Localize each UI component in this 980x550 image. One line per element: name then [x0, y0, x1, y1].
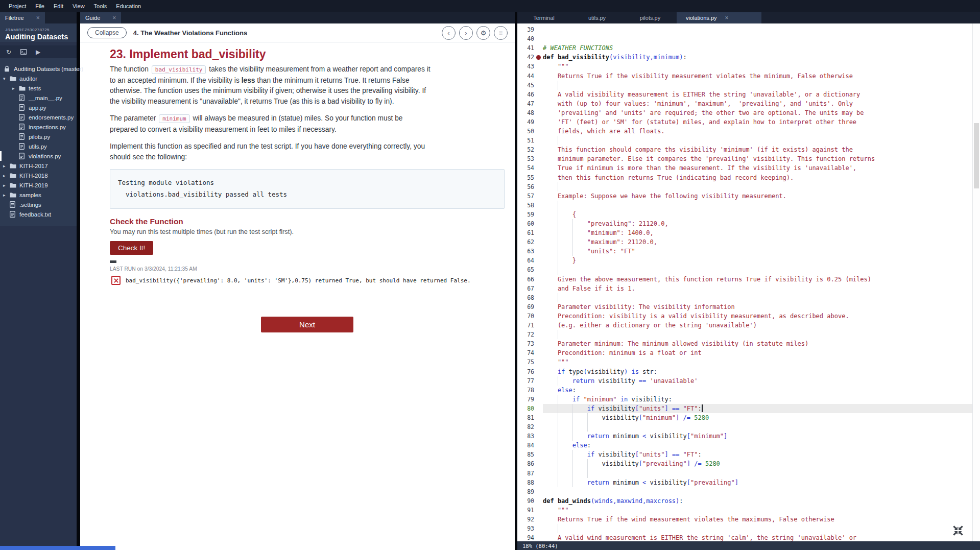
line-number[interactable]: 52 [517, 146, 543, 153]
line-number[interactable]: 92 [517, 516, 543, 523]
close-icon[interactable]: × [112, 14, 116, 21]
tree-item-samples[interactable]: ▸samples [0, 190, 77, 200]
terminal-icon[interactable] [20, 49, 27, 55]
tree-item-kith-2018[interactable]: ▸KITH-2018 [0, 171, 77, 180]
refresh-icon[interactable]: ↻ [6, 49, 11, 55]
line-number[interactable]: 84 [517, 442, 543, 449]
code-line[interactable]: 92 Returns True if the wind measurement … [517, 515, 980, 524]
code-line[interactable]: 88 return minimum < visibility["prevaili… [517, 478, 980, 487]
code-line[interactable]: 65 [517, 265, 980, 274]
line-number[interactable]: 49 [517, 118, 543, 126]
caret-right-icon[interactable]: ▸ [3, 193, 10, 198]
code-line[interactable]: 39 [517, 25, 980, 34]
code-line[interactable]: 63 "units": "FT" [517, 247, 980, 256]
code-line[interactable]: 71 (e.g. either a dictionary or the stri… [517, 321, 980, 330]
tree-item--main-.py[interactable]: __main__.py [0, 93, 77, 103]
line-number[interactable]: 63 [517, 248, 543, 255]
line-number[interactable]: 53 [517, 155, 543, 162]
guide-tab[interactable]: Guide × [80, 12, 121, 23]
code-editor[interactable]: 394041# WEATHER FUNCTIONS42def bad_visib… [517, 23, 980, 541]
close-icon[interactable]: × [36, 14, 40, 21]
tree-item-kith-2019[interactable]: ▸KITH-2019 [0, 180, 77, 190]
code-line[interactable]: 45 [517, 81, 980, 90]
check-it-button[interactable]: Check It! [110, 241, 153, 255]
editor-tab-violations.py[interactable]: violations.py× [677, 12, 761, 23]
code-line[interactable]: 56 [517, 182, 980, 192]
line-number[interactable]: 93 [517, 525, 543, 532]
line-number[interactable]: 57 [517, 193, 543, 200]
panel-divider[interactable] [77, 12, 80, 550]
next-icon[interactable]: › [459, 26, 473, 40]
line-number[interactable]: 94 [517, 534, 543, 541]
code-line[interactable]: 40 [517, 34, 980, 43]
code-line[interactable]: 54 True if minimum is more than the meas… [517, 163, 980, 173]
run-icon[interactable]: ▶ [36, 49, 40, 55]
tree-item-auditor[interactable]: ▾auditor [0, 74, 77, 83]
line-number[interactable]: 41 [517, 44, 543, 52]
code-line[interactable]: 89 [517, 487, 980, 496]
menu-tools[interactable]: Tools [89, 3, 112, 9]
code-line[interactable]: 73 Parameter minimum: The minimum allowe… [517, 339, 980, 348]
line-number[interactable]: 50 [517, 128, 543, 135]
code-line[interactable]: 61 "minimum": 1400.0, [517, 228, 980, 237]
code-line[interactable]: 84 else: [517, 441, 980, 450]
line-number[interactable]: 77 [517, 377, 543, 385]
code-line[interactable]: 55 then this function returns True (indi… [517, 173, 980, 182]
code-line[interactable]: 50 fields, which are all floats. [517, 127, 980, 136]
line-number[interactable]: 64 [517, 257, 543, 264]
tree-item-tests[interactable]: ▸tests [0, 83, 77, 93]
code-line[interactable]: 70 Precondition: visibility is a valid v… [517, 312, 980, 321]
code-line[interactable]: 42def bad_visibility(visibility,minimum)… [517, 53, 980, 62]
prev-icon[interactable]: ‹ [442, 26, 456, 40]
tree-item-feedback.txt[interactable]: feedback.txt [0, 209, 77, 219]
line-number[interactable]: 70 [517, 313, 543, 320]
line-number[interactable]: 60 [517, 220, 543, 227]
tree-item-endorsements.py[interactable]: endorsements.py [0, 112, 77, 122]
caret-right-icon[interactable]: ▸ [12, 86, 19, 91]
line-number[interactable]: 58 [517, 202, 543, 209]
tree-item-violations.py[interactable]: violations.py [0, 151, 77, 161]
line-number[interactable]: 85 [517, 451, 543, 458]
code-line[interactable]: 90def bad_winds(winds,maxwind,maxcross): [517, 496, 980, 506]
editor-tab-pilots.py[interactable]: pilots.py [624, 12, 677, 23]
code-line[interactable]: 77 return visibility == 'unavailable' [517, 376, 980, 386]
exit-fullscreen-icon[interactable] [951, 524, 965, 537]
code-line[interactable]: 53 minimum parameter. Else it compares t… [517, 154, 980, 163]
caret-down-icon[interactable]: ▾ [3, 76, 10, 81]
menu-education[interactable]: Education [111, 3, 146, 9]
collapsed-handle[interactable] [110, 260, 116, 263]
line-number[interactable]: 67 [517, 285, 543, 292]
line-number[interactable]: 89 [517, 488, 543, 495]
menu-project[interactable]: Project [4, 3, 31, 9]
tree-item-kith-2017[interactable]: ▸KITH-2017 [0, 161, 77, 171]
code-line[interactable]: 58 [517, 201, 980, 210]
code-line[interactable]: 43 """ [517, 62, 980, 71]
line-number[interactable]: 73 [517, 340, 543, 347]
code-line[interactable]: 94 A valid wind measurement is EITHER th… [517, 533, 980, 541]
line-number[interactable]: 81 [517, 414, 543, 421]
tree-item-.settings[interactable]: .settings [0, 200, 77, 209]
line-number[interactable]: 68 [517, 294, 543, 301]
editor-tab-terminal[interactable]: Terminal [517, 12, 570, 23]
settings-icon[interactable]: ⚙ [476, 26, 490, 40]
code-line[interactable]: 79 if "minimum" in visibility: [517, 395, 980, 404]
line-number[interactable]: 86 [517, 460, 543, 467]
code-line[interactable]: 81 visibility["minimum"] /= 5280 [517, 413, 980, 422]
line-number[interactable]: 42 [517, 54, 543, 61]
next-button[interactable]: Next [261, 317, 353, 332]
line-number[interactable]: 56 [517, 183, 543, 190]
line-number[interactable]: 65 [517, 266, 543, 273]
line-number[interactable]: 75 [517, 358, 543, 366]
line-number[interactable]: 43 [517, 63, 543, 70]
code-line[interactable]: 93 [517, 524, 980, 533]
menu-icon[interactable]: ≡ [494, 26, 508, 40]
code-line[interactable]: 47 with (up to) four values: 'minimum', … [517, 99, 980, 108]
line-number[interactable]: 46 [517, 91, 543, 98]
code-line[interactable]: 75 """ [517, 357, 980, 367]
editor-tab-utils.py[interactable]: utils.py [570, 12, 624, 23]
tree-item-pilots.py[interactable]: pilots.py [0, 132, 77, 141]
code-line[interactable]: 48 'prevailing' and 'units' are required… [517, 108, 980, 117]
code-line[interactable]: 76 if type(visibility) is str: [517, 367, 980, 376]
tree-item-utils.py[interactable]: utils.py [0, 141, 77, 151]
code-line[interactable]: 51 [517, 136, 980, 145]
